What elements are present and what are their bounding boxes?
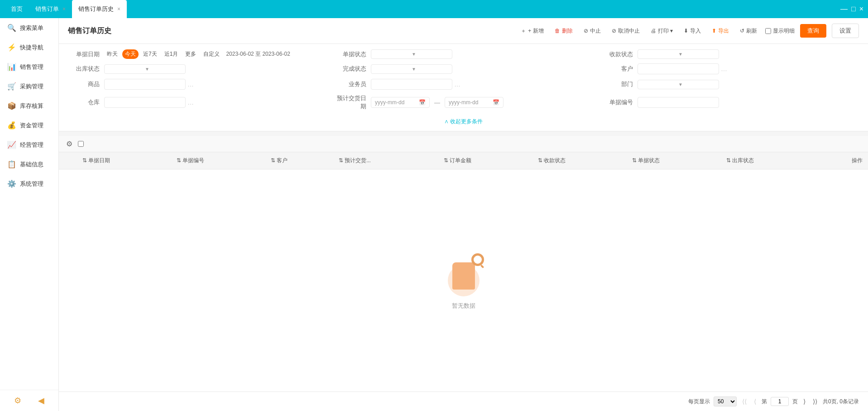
tab-sales-order[interactable]: 销售订单 × [29, 0, 72, 18]
payment-status-select[interactable]: ▼ [638, 49, 719, 59]
settings-icon[interactable]: ⚙ [14, 396, 21, 406]
empty-area: 暂无数据 [59, 169, 868, 392]
add-button[interactable]: ＋ + 新增 [518, 25, 546, 37]
today-btn[interactable]: 今天 [122, 49, 139, 59]
sidebar-item-quick-nav[interactable]: ⚡ 快捷导航 [0, 38, 58, 57]
tab-sales-order-history[interactable]: 销售订单历史 × [72, 0, 127, 18]
th-out-status: ⇅ 出库状态 [721, 152, 815, 169]
delivery-date-start[interactable]: yyyy-mm-dd 📅 [371, 97, 430, 108]
bill-no-input[interactable] [638, 97, 719, 108]
search-menu-icon: 🔍 [7, 24, 16, 32]
toolbar: ＋ + 新增 🗑 删除 ⊘ 中止 ⊘ 取消中止 🖨 打印 ▾ [518, 24, 859, 38]
delivery-date-end[interactable]: yyyy-mm-dd 📅 [445, 97, 504, 108]
dept-label: 部门 [601, 80, 638, 88]
sidebar-item-sales-mgmt[interactable]: 📊 销售管理 [0, 57, 58, 77]
complete-status-select[interactable]: ▼ [371, 64, 452, 74]
select-all-checkbox[interactable] [78, 141, 84, 147]
bill-status-control: ▼ [371, 49, 592, 59]
sales-mgmt-icon: 📊 [7, 63, 16, 71]
set-button[interactable]: 设置 [832, 24, 859, 38]
date-filter-control: 昨天 今天 近7天 近1月 更多 自定义 2023-06-02 至 2023-0… [104, 49, 326, 59]
yesterday-btn[interactable]: 昨天 [104, 49, 120, 59]
data-table: ⇅ 单据日期 ⇅ 单据编号 ⇅ 客户 ⇅ 预计交货... ⇅ 订单金额 [59, 152, 868, 169]
minimize-button[interactable]: — [840, 5, 848, 13]
delete-button[interactable]: 🗑 删除 [552, 25, 575, 37]
sidebar-item-sys-mgmt[interactable]: ⚙️ 系统管理 [0, 174, 58, 193]
filter-row-4: 仓库 … 预计交货日期 yyyy-mm-dd 📅 — yyyy-mm-dd 📅 [68, 94, 859, 111]
goods-control: … [104, 79, 326, 90]
maximize-button[interactable]: □ [851, 5, 856, 13]
sidebar-bottom: ⚙ ◀ [0, 390, 58, 411]
query-button[interactable]: 查询 [800, 24, 826, 38]
warehouse-input[interactable] [104, 97, 186, 108]
goods-input[interactable] [104, 79, 186, 90]
th-customer-label: ⇅ 客户 [271, 157, 288, 164]
display-toggle[interactable]: 显示明细 [765, 27, 795, 35]
customer-input[interactable] [638, 63, 719, 74]
next-page-button[interactable]: ⟩ [801, 397, 807, 406]
display-toggle-checkbox[interactable] [765, 28, 771, 34]
th-bill-status: ⇅ 单据状态 [627, 152, 721, 169]
first-page-button[interactable]: ⟨⟨ [740, 397, 748, 406]
salesperson-ellipsis[interactable]: … [454, 81, 460, 88]
goods-ellipsis[interactable]: … [187, 81, 194, 88]
delivery-date-start-value: yyyy-mm-dd [375, 99, 404, 106]
empty-figure [452, 262, 475, 290]
th-amount: ⇅ 订单金额 [438, 152, 532, 169]
page-input[interactable] [771, 397, 789, 406]
table-settings-icon[interactable]: ⚙ [66, 140, 72, 148]
stop-icon: ⊘ [584, 28, 588, 34]
tab-sales-order-close[interactable]: × [62, 6, 66, 12]
cancel-stop-icon: ⊘ [612, 28, 616, 34]
prev-page-button[interactable]: ⟨ [752, 397, 758, 406]
table-header: ⇅ 单据日期 ⇅ 单据编号 ⇅ 客户 ⇅ 预计交货... ⇅ 订单金额 [59, 152, 868, 169]
last7-btn[interactable]: 近7天 [140, 49, 160, 59]
per-page-label: 每页显示 [688, 398, 710, 406]
sidebar-item-search-menu[interactable]: 🔍 搜索菜单 [0, 18, 58, 38]
sidebar-item-purchase-mgmt-label: 采购管理 [20, 82, 43, 91]
empty-magnifier [471, 253, 484, 266]
cancel-stop-button[interactable]: ⊘ 取消中止 [609, 25, 643, 37]
tab-home-label: 首页 [11, 5, 23, 13]
delivery-date-label: 预计交货日期 [335, 94, 371, 111]
custom-btn[interactable]: 自定义 [201, 49, 222, 59]
print-button[interactable]: 🖨 打印 ▾ [648, 25, 676, 37]
stop-label: 中止 [590, 27, 601, 35]
th-amount-label: ⇅ 订单金额 [444, 157, 471, 164]
out-status-select[interactable]: ▼ [104, 64, 186, 74]
collapse-sidebar-icon[interactable]: ◀ [38, 396, 44, 406]
import-button[interactable]: ⬇ 导入 [681, 25, 704, 37]
sidebar-item-purchase-mgmt[interactable]: 🛒 采购管理 [0, 77, 58, 96]
dept-select[interactable]: ▼ [638, 80, 719, 89]
sidebar-item-inventory[interactable]: 📦 库存核算 [0, 96, 58, 116]
refresh-button[interactable]: ↺ 刷新 [737, 25, 760, 37]
tab-home[interactable]: 首页 [5, 0, 29, 18]
warehouse-ellipsis[interactable]: … [187, 99, 194, 106]
sidebar-item-ops-mgmt[interactable]: 📈 经营管理 [0, 135, 58, 155]
sidebar-item-basic-info[interactable]: 📋 基础信息 [0, 155, 58, 174]
sidebar-item-sales-mgmt-label: 销售管理 [20, 63, 43, 71]
per-page-select[interactable]: 50 20 100 [714, 396, 737, 406]
customer-ellipsis[interactable]: … [721, 65, 727, 73]
more-btn[interactable]: 更多 [182, 49, 199, 59]
salesperson-input[interactable] [371, 79, 452, 90]
sidebar-item-finance[interactable]: 💰 资金管理 [0, 116, 58, 135]
table-toolbar: ⚙ [59, 136, 868, 152]
payment-status-arrow: ▼ [678, 52, 715, 57]
bill-status-select[interactable]: ▼ [371, 49, 452, 59]
last-page-button[interactable]: ⟩⟩ [811, 397, 819, 406]
export-button[interactable]: ⬆ 导出 [709, 25, 732, 37]
collapse-label: ∧ 收起更多条件 [444, 118, 483, 125]
sidebar-item-sys-mgmt-label: 系统管理 [20, 180, 43, 188]
bill-status-label: 单据状态 [335, 50, 371, 58]
filter-area: 单据日期 昨天 今天 近7天 近1月 更多 自定义 2023-06-02 至 2… [59, 44, 868, 131]
collapse-bar[interactable]: ∧ 收起更多条件 [68, 115, 859, 126]
stop-button[interactable]: ⊘ 中止 [581, 25, 604, 37]
th-delivery-label: ⇅ 预计交货... [339, 157, 371, 164]
sidebar-item-basic-info-label: 基础信息 [20, 160, 43, 169]
sidebar-item-inventory-label: 库存核算 [20, 102, 43, 110]
close-window-button[interactable]: × [859, 5, 863, 13]
tab-sales-order-history-close[interactable]: × [117, 6, 120, 12]
delete-label: 删除 [562, 27, 573, 35]
last1m-btn[interactable]: 近1月 [162, 49, 181, 59]
